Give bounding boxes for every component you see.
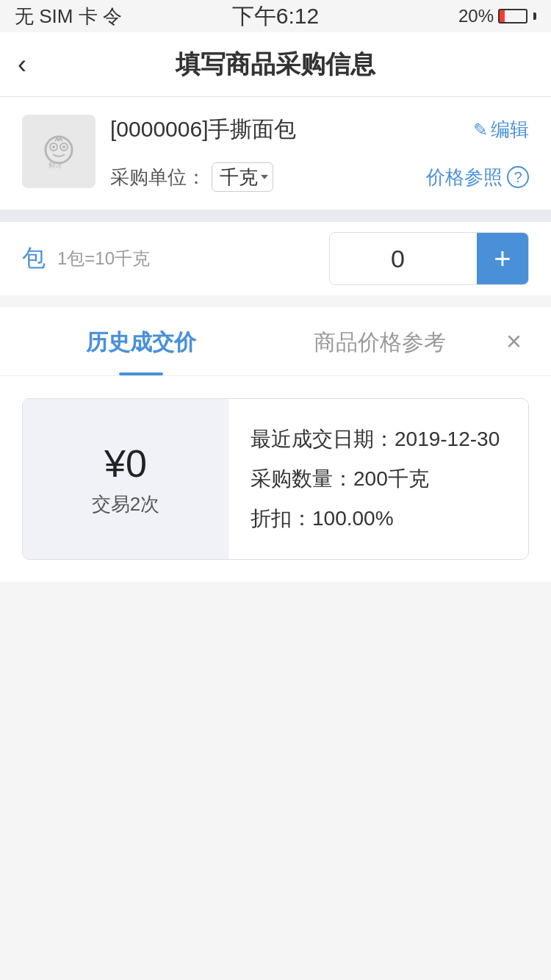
svg-point-4 xyxy=(62,145,65,148)
price-ref-label: 价格参照 xyxy=(426,165,503,190)
history-discount: 折扣：100.00% xyxy=(251,505,506,533)
tab-bar: 历史成交价 商品价格参考 × xyxy=(0,307,551,376)
history-price: ¥0 xyxy=(104,442,147,486)
battery-icon xyxy=(498,9,527,24)
product-card: 鲜才 [0000006]手撕面包 ✎ 编辑 采购单位： 千克 包 价格参照 ? xyxy=(0,97,551,210)
quantity-row: 包 1包=10千克 + xyxy=(0,222,551,295)
battery-tip xyxy=(533,12,536,20)
status-right: 20% xyxy=(458,6,536,26)
product-thumbnail: 鲜才 xyxy=(22,115,96,188)
edit-button[interactable]: ✎ 编辑 xyxy=(473,117,529,143)
tab-close-button[interactable]: × xyxy=(499,319,529,364)
unit-conversion: 1包=10千克 xyxy=(57,247,150,270)
product-thumb-icon: 鲜才 xyxy=(37,129,81,173)
status-battery-text: 20% xyxy=(458,6,494,26)
product-name: [0000006]手撕面包 xyxy=(110,115,296,145)
history-date: 最近成交日期：2019-12-30 xyxy=(251,425,506,453)
quantity-plus-button[interactable]: + xyxy=(477,233,528,284)
quantity-input-group: + xyxy=(329,232,529,285)
bottom-space xyxy=(0,582,551,980)
tab-section: 历史成交价 商品价格参考 × ¥0 交易2次 最近成交日期：2019-12-30… xyxy=(0,307,551,582)
history-left: ¥0 交易2次 xyxy=(23,399,228,559)
product-info: [0000006]手撕面包 ✎ 编辑 采购单位： 千克 包 价格参照 ? xyxy=(110,115,529,192)
history-count: 交易2次 xyxy=(92,491,159,517)
nav-bar: ‹ 填写商品采购信息 xyxy=(0,32,551,97)
tab-content: ¥0 交易2次 最近成交日期：2019-12-30 采购数量：200千克 折扣：… xyxy=(0,376,551,582)
tab-product-price-ref[interactable]: 商品价格参考 xyxy=(260,307,498,375)
separator xyxy=(0,210,551,222)
status-signal: 无 SIM 卡 令 xyxy=(15,4,122,29)
edit-label: 编辑 xyxy=(491,117,529,143)
quantity-unit-info: 包 1包=10千克 xyxy=(22,242,150,275)
page-title: 填写商品采购信息 xyxy=(176,48,375,82)
svg-text:鲜才: 鲜才 xyxy=(48,161,63,169)
status-time: 下午6:12 xyxy=(232,1,319,32)
status-bar: 无 SIM 卡 令 下午6:12 20% xyxy=(0,0,551,32)
edit-icon: ✎ xyxy=(473,120,488,140)
history-card: ¥0 交易2次 最近成交日期：2019-12-30 采购数量：200千克 折扣：… xyxy=(22,398,529,560)
tab-history-price[interactable]: 历史成交价 xyxy=(22,307,260,375)
unit-box: 包 xyxy=(22,242,46,275)
svg-point-3 xyxy=(52,145,55,148)
history-right: 最近成交日期：2019-12-30 采购数量：200千克 折扣：100.00% xyxy=(228,399,528,559)
price-ref-icon: ? xyxy=(507,166,529,188)
history-quantity: 采购数量：200千克 xyxy=(251,465,506,493)
unit-label: 采购单位： 千克 包 xyxy=(110,162,273,192)
quantity-input[interactable] xyxy=(330,233,477,284)
unit-select[interactable]: 千克 包 xyxy=(212,162,273,192)
price-ref-button[interactable]: 价格参照 ? xyxy=(426,165,529,190)
back-button[interactable]: ‹ xyxy=(18,49,26,80)
